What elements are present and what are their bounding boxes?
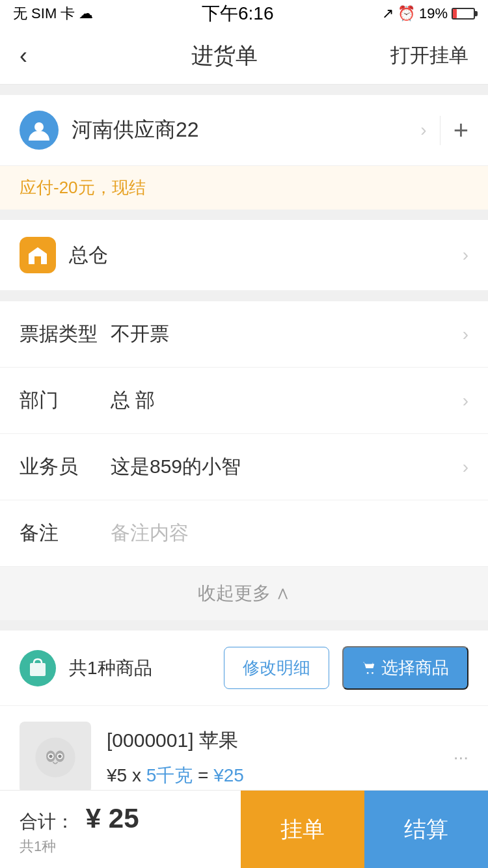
svg-text:+: + xyxy=(372,661,374,667)
chevron-right-icon-warehouse: › xyxy=(463,245,468,265)
supplier-avatar xyxy=(20,111,59,150)
product-total: ¥25 xyxy=(213,765,244,785)
chevron-right-icon: › xyxy=(420,120,426,141)
product-qty: 5千克 xyxy=(146,765,193,785)
product-section: 共1种商品 修改明细 + 选择商品 xyxy=(0,631,488,809)
price-unit: ¥5 xyxy=(107,765,127,785)
invoice-value: 不开票 xyxy=(111,321,463,347)
equals-sign: = xyxy=(198,765,213,785)
collapse-row[interactable]: 收起更多 ∧ xyxy=(0,567,488,620)
form-section: 票据类型 不开票 › 部门 总 部 › 业务员 这是859的小智 › 备注 备注… xyxy=(0,301,488,567)
section-gap-3 xyxy=(0,291,488,301)
sales-row[interactable]: 业务员 这是859的小智 › xyxy=(0,434,488,500)
dept-row[interactable]: 部门 总 部 › xyxy=(0,368,488,434)
product-count-label: 共1种商品 xyxy=(69,656,211,681)
location-icon: ↗ xyxy=(382,5,394,22)
footer-bar: 合计： ¥ 25 共1种 挂单 结算 xyxy=(0,790,488,868)
section-gap-1 xyxy=(0,85,488,95)
total-amount: ¥ 25 xyxy=(86,803,139,834)
sim-status: 无 SIM 卡 ☁ xyxy=(13,4,93,23)
product-thumb-icon xyxy=(33,735,78,780)
svg-point-6 xyxy=(35,737,75,777)
product-icon xyxy=(27,658,48,679)
product-name: [0000001] 苹果 xyxy=(107,727,441,754)
warehouse-icon xyxy=(27,245,48,265)
battery-status: 19% xyxy=(419,5,448,22)
supplier-name: 河南供应商22 xyxy=(72,116,420,144)
chevron-right-icon-invoice: › xyxy=(463,324,468,345)
product-icon-bg xyxy=(20,650,56,686)
warehouse-label: 总仓 xyxy=(69,242,463,269)
more-options-button[interactable]: ··· xyxy=(441,747,468,768)
page-title: 进货单 xyxy=(191,41,258,71)
chevron-right-icon-sales: › xyxy=(463,457,468,478)
remark-input[interactable]: 备注内容 xyxy=(111,520,468,547)
product-header: 共1种商品 修改明细 + 选择商品 xyxy=(0,631,488,705)
warehouse-icon-bg xyxy=(20,237,56,273)
remark-row[interactable]: 备注 备注内容 xyxy=(0,500,488,567)
chevron-right-icon-dept: › xyxy=(463,390,468,411)
invoice-label: 票据类型 xyxy=(20,321,111,347)
product-title: 苹果 xyxy=(199,729,238,751)
product-price: ¥5 x 5千克 = ¥25 xyxy=(107,763,441,788)
edit-detail-button[interactable]: 修改明细 xyxy=(224,647,329,689)
status-bar: 无 SIM 卡 ☁ 下午6:16 ↗ ⏰ 19% xyxy=(0,0,488,27)
invoice-row[interactable]: 票据类型 不开票 › xyxy=(0,301,488,368)
collapse-label: 收起更多 ∧ xyxy=(198,581,291,606)
svg-point-0 xyxy=(34,122,44,131)
nav-bar: ‹ 进货单 打开挂单 xyxy=(0,27,488,85)
warehouse-section: 总仓 › xyxy=(0,220,488,291)
svg-rect-2 xyxy=(30,663,46,676)
product-info: [0000001] 苹果 ¥5 x 5千克 = ¥25 xyxy=(107,727,441,788)
footer-total: 合计： ¥ 25 共1种 xyxy=(0,803,241,856)
warehouse-row[interactable]: 总仓 › xyxy=(0,220,488,291)
section-gap-2 xyxy=(0,210,488,220)
supplier-row[interactable]: 河南供应商22 › + xyxy=(0,95,488,166)
battery-icon xyxy=(452,8,475,20)
total-count: 共1种 xyxy=(20,837,221,856)
dept-label: 部门 xyxy=(20,387,111,414)
dept-value: 总 部 xyxy=(111,387,463,414)
supplier-notice: 应付-20元，现结 xyxy=(0,166,488,210)
svg-point-3 xyxy=(367,671,369,673)
product-thumbnail xyxy=(20,722,91,793)
alarm-icon: ⏰ xyxy=(398,5,415,22)
svg-point-12 xyxy=(58,755,61,758)
pending-button[interactable]: 挂单 xyxy=(241,791,364,869)
select-product-button[interactable]: + 选择商品 xyxy=(342,646,468,690)
section-gap-4 xyxy=(0,620,488,631)
sales-value: 这是859的小智 xyxy=(111,454,463,480)
supplier-section: 河南供应商22 › + 应付-20元，现结 xyxy=(0,95,488,210)
status-right: ↗ ⏰ 19% xyxy=(382,5,475,22)
footer-total-row: 合计： ¥ 25 xyxy=(20,803,221,834)
person-icon xyxy=(27,118,51,142)
remark-label: 备注 xyxy=(20,520,111,547)
product-code: [0000001] xyxy=(107,729,193,751)
status-left: 无 SIM 卡 ☁ xyxy=(13,4,93,23)
select-product-label: 选择商品 xyxy=(381,657,449,679)
total-label: 合计： xyxy=(20,811,74,832)
cart-icon: + xyxy=(362,661,376,675)
open-pending-button[interactable]: 打开挂单 xyxy=(390,42,468,69)
multiply-sign: x xyxy=(132,765,146,785)
add-icon[interactable]: + xyxy=(440,116,468,145)
svg-point-11 xyxy=(49,755,52,758)
svg-rect-1 xyxy=(34,256,41,264)
svg-point-4 xyxy=(372,671,373,673)
sales-label: 业务员 xyxy=(20,454,111,480)
status-time: 下午6:16 xyxy=(202,1,274,26)
back-button[interactable]: ‹ xyxy=(20,42,59,70)
settle-button[interactable]: 结算 xyxy=(364,791,488,869)
